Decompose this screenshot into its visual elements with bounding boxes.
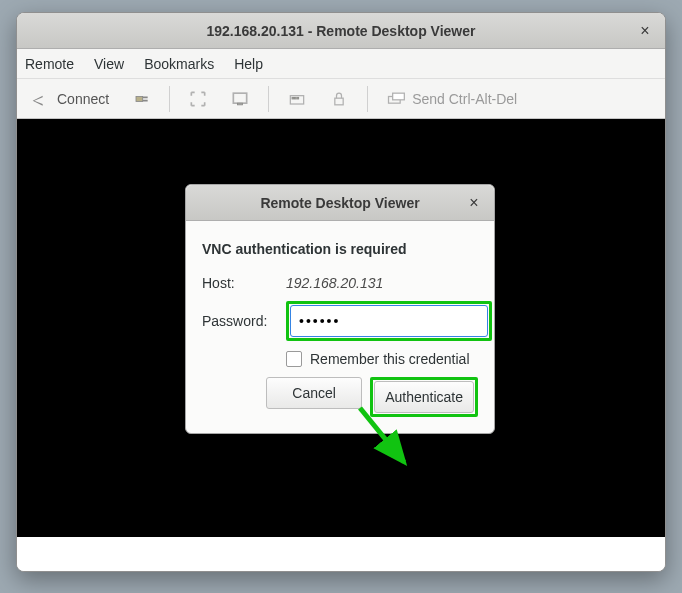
viewport: Remote Desktop Viewer × VNC authenticati… (17, 119, 665, 571)
main-window: 192.168.20.131 - Remote Desktop Viewer ×… (16, 12, 666, 572)
menu-view[interactable]: View (94, 56, 124, 72)
dialog-title: Remote Desktop Viewer (260, 195, 419, 211)
menu-bookmarks[interactable]: Bookmarks (144, 56, 214, 72)
screenshot-icon (230, 89, 250, 109)
svg-rect-8 (297, 97, 299, 99)
separator (268, 86, 269, 112)
send-keys-label: Send Ctrl-Alt-Del (412, 91, 517, 107)
svg-rect-0 (136, 96, 143, 101)
svg-rect-6 (292, 97, 294, 99)
svg-rect-5 (290, 95, 303, 103)
menubar: Remote View Bookmarks Help (17, 49, 665, 79)
dialog-titlebar: Remote Desktop Viewer × (186, 185, 494, 221)
dialog-heading: VNC authentication is required (202, 241, 478, 257)
window-close-button[interactable]: × (635, 21, 655, 41)
auth-dialog: Remote Desktop Viewer × VNC authenticati… (185, 184, 495, 434)
fullscreen-icon (188, 89, 208, 109)
lock-button[interactable] (323, 85, 355, 113)
connect-label: Connect (57, 91, 109, 107)
dialog-body: VNC authentication is required Host: 192… (186, 221, 494, 433)
separator (169, 86, 170, 112)
toolbar: Connect Send Ctrl-Alt-Del (17, 79, 665, 119)
menu-help[interactable]: Help (234, 56, 263, 72)
remember-label: Remember this credential (310, 351, 470, 367)
host-value: 192.168.20.131 (286, 275, 383, 291)
password-highlight (286, 301, 492, 341)
send-keys-button[interactable]: Send Ctrl-Alt-Del (380, 85, 523, 113)
svg-rect-11 (393, 93, 405, 100)
svg-rect-4 (238, 103, 243, 105)
window-title: 192.168.20.131 - Remote Desktop Viewer (206, 23, 475, 39)
svg-rect-9 (335, 98, 343, 105)
plug-icon (131, 89, 151, 109)
keyboard-button[interactable] (281, 85, 313, 113)
keyboard-icon (287, 89, 307, 109)
main-titlebar: 192.168.20.131 - Remote Desktop Viewer × (17, 13, 665, 49)
separator (367, 86, 368, 112)
password-field[interactable] (290, 305, 488, 337)
svg-rect-3 (233, 93, 246, 103)
send-keys-icon (386, 89, 406, 109)
authenticate-highlight: Authenticate (370, 377, 478, 417)
screenshot-button[interactable] (224, 85, 256, 113)
connect-icon (31, 89, 51, 109)
cancel-button[interactable]: Cancel (266, 377, 362, 409)
menu-remote[interactable]: Remote (25, 56, 74, 72)
dialog-close-button[interactable]: × (464, 193, 484, 213)
remember-checkbox[interactable] (286, 351, 302, 367)
authenticate-button[interactable]: Authenticate (374, 381, 474, 413)
disconnect-button[interactable] (125, 85, 157, 113)
fullscreen-button[interactable] (182, 85, 214, 113)
host-label: Host: (202, 275, 286, 291)
password-label: Password: (202, 313, 286, 329)
lock-icon (329, 89, 349, 109)
connect-button[interactable]: Connect (25, 85, 115, 113)
svg-rect-7 (295, 97, 297, 99)
